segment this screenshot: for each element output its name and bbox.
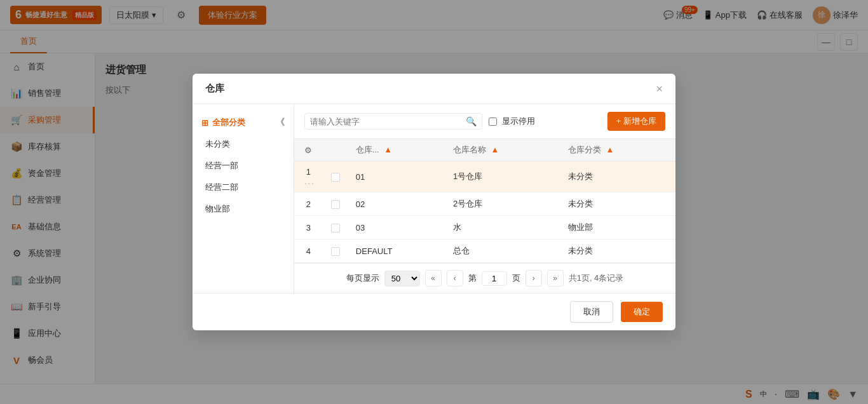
row-checkbox[interactable] (331, 247, 340, 256)
table-row[interactable]: 4 DEFAULT 总仓 未分类 (294, 239, 675, 263)
td-name: 水 (445, 216, 560, 239)
show-disabled-checkbox[interactable]: 显示停用 (489, 116, 535, 127)
td-code: 01 (348, 161, 445, 192)
row-number: 1 (306, 167, 311, 177)
modal-close-button[interactable]: × (656, 83, 663, 95)
table-row[interactable]: 2 02 2号仓库 未分类 (294, 192, 675, 216)
sort-category-icon: ▲ (606, 145, 614, 154)
table-panel: 🔍 显示停用 + 新增仓库 ⚙ (294, 104, 675, 293)
td-checkbox[interactable] (323, 216, 348, 239)
modal-header: 仓库 × (193, 74, 675, 104)
row-actions-icon[interactable]: ... (304, 177, 315, 186)
next-page-button[interactable]: › (526, 270, 542, 286)
page-total-info: 共1页, 4条记录 (569, 273, 624, 284)
table-body: 1 ... 01 1号仓库 未分类 2 02 2号仓库 未分类 3 (294, 161, 675, 263)
show-disabled-label: 显示停用 (502, 116, 535, 127)
td-category: 物业部 (560, 216, 675, 239)
warehouse-table: ⚙ 仓库... ▲ 仓库名称 ▲ (294, 139, 675, 263)
table-row[interactable]: 3 03 水 物业部 (294, 216, 675, 239)
warehouse-modal: 仓库 × ⊞ 全部分类 《 未分类 经营一部 经营二部 物业部 (193, 74, 675, 330)
td-row-index: 3 (294, 216, 323, 239)
th-name[interactable]: 仓库名称 ▲ (445, 139, 560, 161)
th-settings: ⚙ (294, 139, 323, 161)
category-all-label: 全部分类 (212, 117, 245, 128)
category-item-uncategorized[interactable]: 未分类 (193, 133, 294, 155)
th-code[interactable]: 仓库... ▲ (348, 139, 445, 161)
category-collapse-button[interactable]: 《 (276, 117, 285, 128)
category-item-dept1[interactable]: 经营一部 (193, 155, 294, 177)
td-checkbox[interactable] (323, 192, 348, 216)
td-row-index: 2 (294, 192, 323, 216)
th-category[interactable]: 仓库分类 ▲ (560, 139, 675, 161)
grid-icon: ⊞ (201, 118, 208, 128)
td-code: 03 (348, 216, 445, 239)
row-number: 4 (306, 246, 311, 256)
td-category: 未分类 (560, 239, 675, 263)
td-name: 1号仓库 (445, 161, 560, 192)
td-code: DEFAULT (348, 239, 445, 263)
table-header-row: ⚙ 仓库... ▲ 仓库名称 ▲ (294, 139, 675, 161)
category-all[interactable]: ⊞ 全部分类 《 (193, 112, 294, 133)
show-disabled-input[interactable] (489, 118, 497, 126)
td-row-index: 4 (294, 239, 323, 263)
pagination: 每页显示 50 10 20 100 « ‹ 第 页 › » 共1页, 4条记录 (294, 263, 675, 293)
page-size-select[interactable]: 50 10 20 100 (384, 271, 420, 286)
th-code-label: 仓库... (356, 145, 379, 154)
row-checkbox[interactable] (331, 224, 340, 232)
th-category-label: 仓库分类 (568, 145, 601, 154)
cancel-button[interactable]: 取消 (570, 301, 613, 323)
search-input[interactable] (310, 117, 462, 126)
table: ⚙ 仓库... ▲ 仓库名称 ▲ (294, 139, 675, 263)
sort-name-icon: ▲ (491, 145, 499, 154)
td-category: 未分类 (560, 192, 675, 216)
td-checkbox[interactable] (323, 161, 348, 192)
td-row-index: 1 ... (294, 161, 323, 192)
td-name: 2号仓库 (445, 192, 560, 216)
page-number-input[interactable] (482, 271, 507, 286)
td-code: 02 (348, 192, 445, 216)
page-label: 第 (468, 273, 477, 284)
row-checkbox[interactable] (331, 200, 340, 209)
category-item-property[interactable]: 物业部 (193, 198, 294, 220)
page-size-label: 每页显示 (346, 273, 379, 284)
row-number: 3 (306, 223, 311, 232)
modal-overlay[interactable]: 仓库 × ⊞ 全部分类 《 未分类 经营一部 经营二部 物业部 (0, 0, 868, 404)
new-warehouse-button[interactable]: + 新增仓库 (607, 112, 665, 131)
td-name: 总仓 (445, 239, 560, 263)
td-checkbox[interactable] (323, 239, 348, 263)
table-toolbar: 🔍 显示停用 + 新增仓库 (294, 104, 675, 139)
sort-code-icon: ▲ (384, 145, 392, 154)
row-checkbox[interactable] (331, 173, 340, 182)
page-suffix: 页 (512, 273, 520, 284)
modal-footer: 取消 确定 (193, 293, 675, 330)
prev-page-button[interactable]: ‹ (447, 270, 463, 286)
th-name-label: 仓库名称 (453, 145, 486, 154)
first-page-button[interactable]: « (425, 270, 442, 286)
search-icon: 🔍 (466, 116, 477, 126)
category-panel: ⊞ 全部分类 《 未分类 经营一部 经营二部 物业部 (193, 104, 294, 293)
last-page-button[interactable]: » (547, 270, 564, 286)
th-checkbox (323, 139, 348, 161)
modal-body: ⊞ 全部分类 《 未分类 经营一部 经营二部 物业部 🔍 (193, 104, 675, 293)
modal-title: 仓库 (205, 83, 224, 95)
category-item-dept2[interactable]: 经营二部 (193, 177, 294, 198)
row-number: 2 (306, 199, 311, 209)
td-category: 未分类 (560, 161, 675, 192)
search-wrap: 🔍 (304, 113, 482, 130)
confirm-button[interactable]: 确定 (621, 302, 663, 322)
table-row[interactable]: 1 ... 01 1号仓库 未分类 (294, 161, 675, 192)
